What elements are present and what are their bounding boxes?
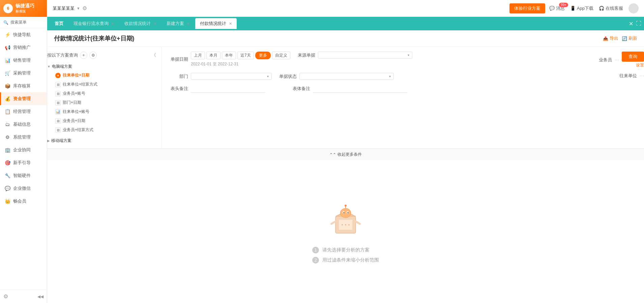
scheme-item-party-settle[interactable]: ▦ 往来单位+结算方式: [54, 80, 156, 89]
tab-actions: ✕ ⛶: [629, 21, 641, 27]
sidebar-item-purchase[interactable]: 🛒 采购管理: [0, 67, 47, 80]
sidebar-item-system[interactable]: ⚙ 系统管理: [0, 131, 47, 144]
sidebar-item-guide[interactable]: 🎯 新手引导: [0, 156, 47, 169]
date-this-month[interactable]: 本月: [206, 52, 221, 59]
sidebar-item-hardware[interactable]: 🔧 智能硬件: [0, 169, 47, 182]
sidebar-item-enterprise[interactable]: 🏢 企业协同: [0, 144, 47, 156]
close-window-icon[interactable]: ✕: [629, 21, 633, 27]
scheme-item-label: 往来单位+日期: [63, 72, 89, 78]
sales-icon: 📊: [4, 57, 10, 63]
export-label: 导出: [610, 35, 618, 41]
scheme-collapse-icon[interactable]: 《: [151, 52, 156, 58]
scheme-item-party-date[interactable]: ● 往来单位+日期: [54, 71, 156, 80]
date-label: 单据日期: [169, 56, 188, 62]
scheme-type-icon: ▦: [55, 91, 61, 96]
sidebar-item-operations[interactable]: 📋 经营管理: [0, 105, 47, 118]
add-scheme-btn[interactable]: +: [80, 52, 87, 59]
export-btn[interactable]: 📤 导出: [603, 35, 618, 41]
scheme-item-salesman-settle[interactable]: ▦ 业务员+结算方式: [54, 125, 156, 134]
date-field: 单据日期 上月 本月 本年 近7天 更多 自定义 2022-01-01 至 20…: [169, 52, 290, 67]
sidebar-item-member[interactable]: 👑 畅会员: [0, 195, 47, 208]
svg-point-10: [345, 224, 346, 225]
table-body-note-input[interactable]: [313, 85, 407, 93]
message-icon: 💬: [549, 6, 555, 11]
query-btn[interactable]: 查询: [622, 52, 644, 62]
search-menu[interactable]: 🔍 搜索菜单: [0, 17, 47, 28]
mobile-scheme-section: ▶ 移动端方案: [47, 137, 156, 145]
scheme-item-label: 业务员+日期: [63, 118, 85, 124]
sidebar-item-label: 资金管理: [13, 96, 31, 102]
sidebar-item-marketing[interactable]: 📢 营销推广: [0, 41, 47, 54]
date-custom[interactable]: 自定义: [272, 52, 290, 59]
tab-bank-flow[interactable]: 现金银行流水查询 ✕: [69, 18, 119, 29]
mobile-scheme-title[interactable]: ▶ 移动端方案: [47, 137, 156, 145]
scheme-panel: 按以下方案查询 + ⚙ 《 ▼ 电脑端方案 ●: [47, 47, 162, 148]
desktop-scheme-title[interactable]: ▼ 电脑端方案: [47, 62, 156, 71]
table-header-note-input[interactable]: [191, 85, 265, 93]
table-body-note-field: 表体备注: [270, 85, 644, 93]
sidebar-item-inventory[interactable]: 📦 库存核算: [0, 80, 47, 92]
empty-illustration: [325, 200, 366, 240]
sidebar-item-label: 销售管理: [13, 57, 31, 63]
tab-receivable-stats[interactable]: 收款情况统计 ✕: [120, 18, 161, 29]
sidebar-item-sales[interactable]: 📊 销售管理: [0, 54, 47, 67]
source-select[interactable]: ▾: [318, 52, 412, 59]
scheme-item-label: 业务员+结算方式: [63, 127, 93, 133]
related-party-dots-btn[interactable]: ···: [640, 73, 644, 79]
date-last-month[interactable]: 上月: [191, 52, 205, 59]
tab-close-icon[interactable]: ✕: [187, 22, 190, 26]
date-last-7-days[interactable]: 近7天: [237, 52, 254, 59]
svg-point-5: [344, 212, 345, 213]
member-icon: 👑: [4, 198, 10, 204]
messages-btn[interactable]: 💬 消息 99+: [549, 5, 565, 11]
related-party-field: 往来单位 ···: [617, 73, 644, 79]
tab-label: 新建方案: [167, 21, 184, 27]
business-dots-btn[interactable]: ···: [615, 57, 619, 63]
tab-label: 首页: [55, 21, 63, 27]
tab-new-scheme[interactable]: 新建方案 ✕: [162, 18, 195, 29]
scheme-item-salesman-date[interactable]: ▦ 业务员+日期: [54, 116, 156, 125]
tab-close-icon[interactable]: ✕: [153, 22, 156, 26]
svg-point-8: [345, 205, 347, 207]
sidebar-item-label: 畅会员: [13, 198, 26, 204]
app-download-btn[interactable]: 📱 App下载: [570, 5, 593, 11]
sidebar-settings-btn[interactable]: ⚙: [3, 293, 8, 300]
sidebar-item-wechat[interactable]: 💬 企业微信: [0, 182, 47, 195]
user-avatar[interactable]: [628, 3, 639, 13]
trial-btn[interactable]: 体验行业方案: [509, 3, 545, 13]
phone-icon: 📱: [570, 6, 576, 11]
doc-status-select[interactable]: ▾: [299, 73, 394, 80]
tab-close-icon[interactable]: ✕: [229, 22, 232, 26]
dept-select[interactable]: ▾: [191, 73, 272, 80]
date-more[interactable]: 更多: [255, 52, 271, 59]
refresh-btn[interactable]: 🔄 刷新: [622, 35, 637, 41]
filter-row-1: 单据日期 上月 本月 本年 近7天 更多 自定义 2022-01-01 至 20…: [169, 52, 644, 68]
sidebar-item-label: 基础信息: [13, 121, 31, 127]
filter-fields: 单据日期 上月 本月 本年 近7天 更多 自定义 2022-01-01 至 20…: [162, 47, 644, 148]
tab-bar: 首页 现金银行流水查询 ✕ 收款情况统计 ✕ 新建方案 ✕ 付款情况统计 ✕ ✕…: [47, 17, 644, 30]
scheme-item-salesman-account[interactable]: ▦ 业务员+账号: [54, 89, 156, 98]
collapse-conditions-btn[interactable]: ⌃⌃ 收起更多条件: [47, 149, 644, 160]
scheme-item-label: 往来单位+结算方式: [63, 82, 97, 87]
company-chevron-icon[interactable]: ▾: [77, 6, 80, 11]
page-title: 付款情况统计(往来单位+日期): [54, 34, 135, 42]
tab-close-icon[interactable]: ✕: [111, 22, 114, 26]
query-btn-area: 查询 设置: [622, 52, 644, 68]
scheme-item-party-account[interactable]: 📊 往来单位+账号: [54, 107, 156, 116]
maximize-icon[interactable]: ⛶: [636, 21, 641, 27]
settings-link[interactable]: 设置: [622, 62, 644, 68]
sidebar-item-finance[interactable]: 💰 资金管理: [0, 92, 47, 105]
sidebar-item-basic[interactable]: 🗂 基础信息: [0, 118, 47, 131]
scheme-settings-btn[interactable]: ⚙: [89, 52, 97, 59]
sidebar-item-quick-nav[interactable]: ⚡ 快捷导航: [0, 28, 47, 41]
scheme-type-icon: ▦: [55, 118, 61, 124]
scheme-item-dept-date[interactable]: ▦ 部门+日期: [54, 98, 156, 107]
online-service-btn[interactable]: 🎧 在线客服: [599, 5, 623, 11]
purchase-icon: 🛒: [4, 70, 10, 76]
scheme-label: 按以下方案查询: [47, 52, 78, 58]
tab-payment-stats[interactable]: 付款情况统计 ✕: [195, 18, 237, 29]
tab-home[interactable]: 首页: [50, 18, 68, 29]
date-this-year[interactable]: 本年: [222, 52, 236, 59]
sidebar-collapse-btn[interactable]: ◀◀: [37, 294, 43, 299]
topbar-settings-icon[interactable]: ⚙: [82, 5, 87, 11]
